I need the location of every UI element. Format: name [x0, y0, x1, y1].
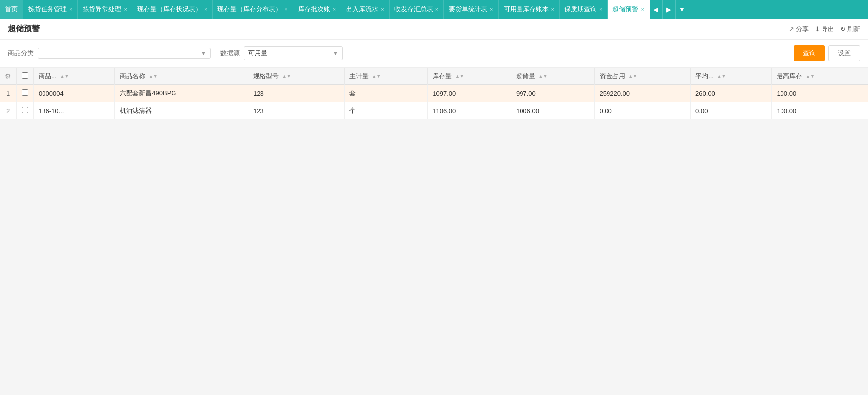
cell-capital: 259220.00 — [594, 85, 691, 102]
sort-icon: ▲▼ — [717, 74, 726, 79]
nav-bar: 首页 拣货任务管理 × 拣货异常处理 × 现存量（库存状况表） × 现存量（库存… — [0, 0, 868, 19]
close-icon[interactable]: × — [69, 6, 72, 12]
datasource-value: 可用量 — [248, 49, 267, 58]
export-icon: ⬇ — [815, 25, 820, 33]
col-code[interactable]: 商品... ▲▼ — [34, 68, 115, 85]
row-number: 1 — [0, 85, 17, 102]
sort-icon: ▲▼ — [372, 74, 381, 79]
cell-overstock: 1006.00 — [511, 102, 594, 119]
toolbar: 商品分类 ▼ 数据源 可用量 ▼ 查询 设置 — [0, 40, 868, 68]
col-avg[interactable]: 平均... ▲▼ — [691, 68, 772, 85]
chevron-down-icon: ▼ — [333, 50, 338, 56]
cell-name: 机油滤清器 — [115, 102, 248, 119]
share-button[interactable]: ↗ 分享 — [789, 25, 809, 34]
col-maxstock[interactable]: 最高库存 ▲▼ — [772, 68, 868, 85]
row-checkbox-cell[interactable] — [17, 85, 34, 102]
cell-maxstock: 100.00 — [772, 102, 868, 119]
cell-overstock: 997.00 — [511, 85, 594, 102]
close-icon[interactable]: × — [381, 6, 384, 12]
close-icon[interactable]: × — [490, 6, 493, 12]
checkbox-header[interactable] — [17, 68, 34, 85]
close-icon[interactable]: × — [641, 6, 644, 12]
cell-name: 六配套新昌490BPG — [115, 85, 248, 102]
select-all-checkbox[interactable] — [22, 72, 28, 79]
settings-button[interactable]: 设置 — [828, 45, 860, 61]
cell-unit: 套 — [344, 85, 428, 102]
datasource-filter-group: 数据源 可用量 ▼ — [220, 46, 343, 60]
query-button[interactable]: 查询 — [794, 45, 825, 61]
close-icon[interactable]: × — [435, 6, 438, 12]
cell-code: 0000004 — [34, 85, 115, 102]
page-title: 超储预警 — [8, 24, 40, 34]
nav-menu-arrow[interactable]: ▼ — [675, 0, 688, 19]
category-select[interactable]: ▼ — [38, 48, 211, 59]
cell-unit: 个 — [344, 102, 428, 119]
gear-header[interactable]: ⚙ — [0, 68, 17, 85]
cell-stock: 1106.00 — [428, 102, 511, 119]
sort-icon: ▲▼ — [282, 74, 291, 79]
table-container: ⚙ 商品... ▲▼ 商品名称 ▲▼ 规格型号 ▲▼ 主计 — [0, 68, 868, 119]
cell-avg: 260.00 — [691, 85, 772, 102]
nav-item-4[interactable]: 现存量（库存分布表） × — [213, 0, 293, 19]
col-stock[interactable]: 库存量 ▲▼ — [428, 68, 511, 85]
nav-item-active[interactable]: 超储预警 × — [608, 0, 649, 19]
toolbar-right: 查询 设置 — [794, 45, 860, 61]
sort-icon: ▲▼ — [60, 74, 69, 79]
datasource-select[interactable]: 可用量 ▼ — [244, 46, 343, 60]
col-capital[interactable]: 资金占用 ▲▼ — [594, 68, 691, 85]
nav-item-9[interactable]: 可用量库存账本 × — [499, 0, 560, 19]
cell-spec: 123 — [248, 102, 345, 119]
share-icon: ↗ — [789, 25, 794, 33]
row-checkbox[interactable] — [22, 107, 28, 113]
close-icon[interactable]: × — [284, 6, 287, 12]
nav-item-1[interactable]: 拣货任务管理 × — [23, 0, 78, 19]
table-header-row: ⚙ 商品... ▲▼ 商品名称 ▲▼ 规格型号 ▲▼ 主计 — [0, 68, 868, 85]
cell-capital: 0.00 — [594, 102, 691, 119]
nav-item-home[interactable]: 首页 — [0, 0, 23, 19]
nav-next-arrow[interactable]: ▶ — [662, 0, 675, 19]
nav-item-6[interactable]: 出入库流水 × — [341, 0, 389, 19]
col-overstock[interactable]: 超储量 ▲▼ — [511, 68, 594, 85]
close-icon[interactable]: × — [204, 6, 207, 12]
close-icon[interactable]: × — [599, 6, 602, 12]
export-button[interactable]: ⬇ 导出 — [815, 25, 834, 34]
nav-item-7[interactable]: 收发存汇总表 × — [390, 0, 444, 19]
sort-icon: ▲▼ — [455, 74, 464, 79]
nav-item-2[interactable]: 拣货异常处理 × — [78, 0, 132, 19]
page-header: 超储预警 ↗ 分享 ⬇ 导出 ↻ 刷新 — [0, 19, 868, 40]
close-icon[interactable]: × — [124, 6, 127, 12]
cell-spec: 123 — [248, 85, 345, 102]
cell-avg: 0.00 — [691, 102, 772, 119]
nav-item-3[interactable]: 现存量（库存状况表） × — [132, 0, 213, 19]
cell-stock: 1097.00 — [428, 85, 511, 102]
gear-icon[interactable]: ⚙ — [5, 72, 11, 80]
category-filter-group: 商品分类 ▼ — [8, 48, 211, 59]
table-row: 1 0000004 六配套新昌490BPG 123 套 1097.00 997.… — [0, 85, 868, 102]
datasource-label: 数据源 — [220, 49, 240, 58]
nav-item-8[interactable]: 要货单统计表 × — [444, 0, 498, 19]
table-row: 2 186-10... 机油滤清器 123 个 1106.00 1006.00 … — [0, 102, 868, 119]
cell-code: 186-10... — [34, 102, 115, 119]
col-spec[interactable]: 规格型号 ▲▼ — [248, 68, 345, 85]
row-number: 2 — [0, 102, 17, 119]
sort-icon: ▲▼ — [628, 74, 637, 79]
chevron-down-icon: ▼ — [201, 50, 206, 56]
row-checkbox[interactable] — [22, 89, 28, 96]
sort-icon: ▲▼ — [539, 74, 548, 79]
col-name[interactable]: 商品名称 ▲▼ — [115, 68, 248, 85]
close-icon[interactable]: × — [551, 6, 554, 12]
header-actions: ↗ 分享 ⬇ 导出 ↻ 刷新 — [789, 25, 860, 34]
row-checkbox-cell[interactable] — [17, 102, 34, 119]
sort-icon: ▲▼ — [806, 74, 815, 79]
col-unit[interactable]: 主计量 ▲▼ — [344, 68, 428, 85]
refresh-button[interactable]: ↻ 刷新 — [840, 25, 860, 34]
cell-maxstock: 100.00 — [772, 85, 868, 102]
nav-item-5[interactable]: 库存批次账 × — [293, 0, 341, 19]
category-label: 商品分类 — [8, 49, 34, 58]
nav-item-10[interactable]: 保质期查询 × — [560, 0, 608, 19]
nav-prev-arrow[interactable]: ◀ — [650, 0, 662, 19]
data-table: ⚙ 商品... ▲▼ 商品名称 ▲▼ 规格型号 ▲▼ 主计 — [0, 68, 868, 119]
refresh-icon: ↻ — [840, 25, 846, 33]
sort-icon: ▲▼ — [149, 74, 158, 79]
close-icon[interactable]: × — [333, 6, 336, 12]
